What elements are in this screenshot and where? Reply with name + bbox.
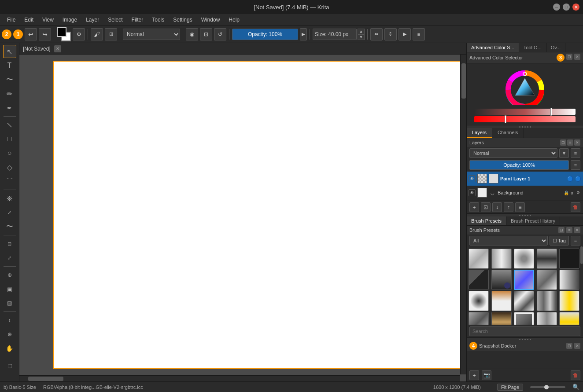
- snapshot-camera-btn[interactable]: 📷: [482, 370, 491, 380]
- layer-delete-btn[interactable]: 🗑: [571, 202, 580, 212]
- menu-settings[interactable]: Settings: [170, 16, 196, 24]
- brush-preset-item[interactable]: [469, 270, 489, 290]
- sat-gradient-bar[interactable]: [474, 116, 576, 122]
- tool-brush[interactable]: ✏: [3, 87, 16, 100]
- brush-view-btn[interactable]: ≡: [571, 236, 580, 245]
- tool-curve[interactable]: 〜: [3, 220, 16, 233]
- menu-tools[interactable]: Tools: [148, 16, 168, 24]
- tool-select[interactable]: ↖: [3, 45, 16, 58]
- panel-tab-tool[interactable]: Tool O...: [519, 43, 546, 52]
- opacity-arrow[interactable]: ▶: [300, 28, 307, 40]
- layers-filter-btn[interactable]: ▼: [559, 148, 569, 158]
- menu-edit[interactable]: Edit: [21, 16, 37, 24]
- brush-scrollbar[interactable]: [579, 246, 583, 308]
- brush-preset-item[interactable]: [514, 312, 534, 325]
- tool-transform[interactable]: ⤢: [3, 251, 16, 264]
- minimize-button[interactable]: ─: [553, 4, 560, 11]
- layers-settings-btn[interactable]: ≡: [567, 139, 573, 146]
- menu-file[interactable]: File: [4, 16, 19, 24]
- hue-gradient-bar[interactable]: [474, 109, 576, 115]
- brush-close-btn[interactable]: ✕: [574, 227, 580, 233]
- layers-close-btn[interactable]: ✕: [574, 139, 580, 146]
- brush-preset-item[interactable]: [491, 270, 512, 290]
- brush-preset-item[interactable]: [537, 249, 557, 269]
- zoom-out-icon[interactable]: 🔍: [572, 384, 579, 390]
- fg-color-swatch[interactable]: [57, 27, 66, 37]
- layer-add-btn[interactable]: ＋: [469, 202, 479, 212]
- brush-tag-btn[interactable]: ☐ Tag: [550, 236, 569, 245]
- mirror-h-button[interactable]: ⇔: [370, 28, 383, 40]
- extra-button[interactable]: ▶: [399, 28, 411, 40]
- erase-button[interactable]: ◉: [186, 28, 198, 40]
- brush-preset-item[interactable]: [514, 270, 534, 290]
- layer-move-up-btn[interactable]: ↑: [504, 202, 513, 212]
- snapshot-detach[interactable]: ⊡: [566, 343, 572, 349]
- tool-calligraphy[interactable]: ✒: [3, 101, 16, 114]
- layer-row[interactable]: 👁 Paint Layer 1 🔵 🔵: [467, 172, 583, 186]
- menu-filter[interactable]: Filter: [128, 16, 147, 24]
- size-increment[interactable]: ▲: [358, 29, 365, 34]
- brush-preset-item[interactable]: [491, 291, 512, 311]
- color-wheel-svg[interactable]: [490, 68, 560, 105]
- menu-window[interactable]: Window: [198, 16, 224, 24]
- brush-preset-button[interactable]: 🖌: [91, 28, 103, 40]
- panel-tab-color[interactable]: Advanced Color S...: [467, 43, 519, 52]
- canvas-viewport[interactable]: [19, 55, 466, 381]
- panel-tab-overview[interactable]: Ov...: [546, 43, 565, 52]
- vscroll-thumb[interactable]: [461, 63, 466, 99]
- snapshot-delete-btn[interactable]: 🗑: [571, 370, 580, 380]
- tool-contiguous-select[interactable]: ⬚: [3, 359, 16, 372]
- canvas-scrollbar-horizontal[interactable]: [19, 375, 460, 381]
- close-button[interactable]: ✕: [572, 4, 579, 11]
- canvas-drawing-area[interactable]: [53, 61, 466, 369]
- tool-gradient[interactable]: ▨: [3, 297, 16, 310]
- layers-options-btn[interactable]: ≡: [571, 148, 580, 158]
- tool-zoom[interactable]: ⊕: [3, 328, 16, 341]
- tab-channels[interactable]: Channels: [492, 128, 524, 138]
- hue-handle[interactable]: [550, 108, 552, 116]
- brush-tab-presets[interactable]: Brush Presets: [467, 216, 506, 225]
- brush-preset-item[interactable]: [559, 249, 579, 269]
- tool-ellipse[interactable]: ○: [3, 147, 16, 160]
- menu-help[interactable]: Help: [225, 16, 243, 24]
- color-selector[interactable]: [57, 27, 71, 41]
- hscroll-thumb[interactable]: [28, 377, 63, 381]
- layer2-visibility[interactable]: 👁: [469, 189, 476, 196]
- layer-row[interactable]: 👁 ◡ Background 🔒 α ⚙: [467, 186, 583, 200]
- status-fit-button[interactable]: Fit Page: [497, 384, 523, 391]
- canvas-scrollbar-vertical[interactable]: [460, 55, 466, 374]
- tool-crop[interactable]: ⊡: [3, 237, 16, 250]
- tool-polygon[interactable]: ◇: [3, 161, 16, 174]
- tool-freehand[interactable]: 〜: [3, 73, 16, 86]
- color-panel-close[interactable]: ✕: [574, 54, 580, 60]
- tool-fill[interactable]: ▣: [3, 282, 16, 296]
- color-settings-button[interactable]: ⚙: [73, 28, 85, 40]
- brush-detach-btn[interactable]: ⊡: [558, 227, 565, 233]
- layer1-visibility[interactable]: 👁: [469, 175, 476, 182]
- brush-scroll-thumb[interactable]: [580, 246, 583, 264]
- brush-preset-item[interactable]: [514, 291, 534, 311]
- tool-measure[interactable]: ↕: [3, 314, 16, 327]
- tool-multibrush[interactable]: ❊: [3, 192, 16, 205]
- blend-mode-select[interactable]: Normal Multiply Screen Overlay: [123, 29, 180, 40]
- layers-detach-btn[interactable]: ⊡: [560, 139, 566, 146]
- brush-tab-history[interactable]: Brush Preset History: [506, 216, 560, 225]
- brush-preset-item[interactable]: [559, 312, 579, 325]
- brush-preset-item[interactable]: [514, 249, 534, 269]
- brush-settings-btn[interactable]: ≡: [566, 227, 572, 233]
- preserve-alpha-button[interactable]: ⊡: [200, 28, 212, 40]
- menu-layer[interactable]: Layer: [82, 16, 103, 24]
- brush-preset-item[interactable]: [469, 312, 489, 325]
- tool-line[interactable]: ─: [0, 116, 18, 134]
- tool-pan[interactable]: ✋: [3, 342, 16, 355]
- brush-preset-item[interactable]: [469, 291, 489, 311]
- menu-view[interactable]: View: [39, 16, 57, 24]
- undo-button[interactable]: ↩: [25, 28, 37, 40]
- layer-move-down-btn[interactable]: ↓: [492, 202, 502, 212]
- brush-preset-item[interactable]: [559, 291, 579, 311]
- size-decrement[interactable]: ▼: [358, 34, 365, 40]
- zoom-thumb[interactable]: [544, 385, 549, 389]
- tool-text[interactable]: T: [3, 59, 16, 72]
- menu-select[interactable]: Select: [104, 16, 126, 24]
- redo-button[interactable]: ↪: [39, 28, 51, 40]
